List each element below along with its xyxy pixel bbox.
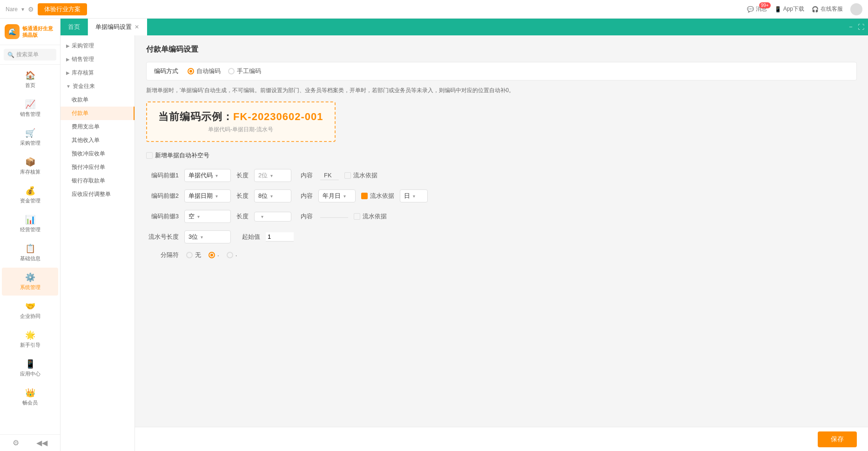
sidebar-search[interactable]: 🔍 搜索菜单 — [0, 45, 60, 65]
auto-encode-option[interactable]: 自动编码 — [188, 67, 221, 75]
logo-icon: 🌊 — [5, 24, 20, 39]
sidebar-item-finance[interactable]: 💰 资金管理 — [2, 181, 58, 209]
prefix3-liushui[interactable]: 流水依据 — [354, 212, 387, 221]
serial-start-input[interactable] — [266, 232, 294, 242]
sep-none-option[interactable]: 无 — [186, 251, 201, 259]
collapse-icon[interactable]: ◀◀ — [36, 438, 47, 447]
menu-item-prepay-payable[interactable]: 预付冲应付单 — [61, 161, 135, 174]
sidebar-item-system[interactable]: ⚙️ 系统管理 — [2, 268, 58, 296]
tab-bar-actions: － ⛶ — [844, 19, 868, 35]
sidebar-item-operation[interactable]: 📊 经营管理 — [2, 210, 58, 238]
sidebar-item-apps[interactable]: 📱 应用中心 — [2, 354, 58, 382]
save-button[interactable]: 保存 — [818, 431, 857, 447]
online-service-group[interactable]: 🎧 在线客服 — [812, 5, 843, 13]
prefix2-value: 单据日期 — [188, 192, 213, 200]
prefix1-select[interactable]: 单据代码 ▾ — [184, 169, 231, 182]
sep-none-radio[interactable] — [186, 252, 193, 258]
menu-group-inventory-title[interactable]: ▶ 库存核算 — [61, 66, 135, 80]
menu-group-inventory: ▶ 库存核算 — [61, 66, 135, 80]
prefix2-liushui-label: 流水依据 — [370, 192, 394, 200]
menu-group-purchase-title[interactable]: ▶ 采购管理 — [61, 39, 135, 53]
settings-footer-icon[interactable]: ⚙ — [13, 438, 19, 447]
prefix1-liushui-check[interactable] — [344, 172, 351, 179]
preview-box: 当前编码示例：FK-20230602-001 单据代码-单据日期-流水号 — [146, 101, 336, 142]
menu-item-payment[interactable]: 付款单 — [61, 107, 135, 120]
manual-encode-option[interactable]: 手工编码 — [228, 67, 261, 75]
sidebar-item-guide[interactable]: 🌟 新手引导 — [2, 325, 58, 353]
minimize-icon[interactable]: － — [848, 23, 854, 31]
enterprise-icon: 🤝 — [25, 301, 35, 311]
auto-encode-radio[interactable] — [188, 68, 194, 74]
top-bar-left: Nare ▾ ⚙ 体验行业方案 — [6, 3, 743, 15]
menu-item-expense[interactable]: 费用支出单 — [61, 120, 135, 134]
tab-encoding[interactable]: 单据编码设置 ✕ — [88, 19, 147, 35]
sep-dot-radio[interactable] — [209, 252, 215, 258]
experience-btn[interactable]: 体验行业方案 — [38, 3, 87, 15]
sep-dot2-radio[interactable] — [227, 252, 233, 258]
prefix2-row: 编码前缀2 单据日期 ▾ 长度 8位 ▾ 内容 年月日 — [146, 189, 857, 202]
prefix1-content-label: 内容 — [301, 171, 313, 180]
serial-length-label: 流水号长度 — [146, 233, 179, 241]
sidebar-item-sales-label: 销售管理 — [20, 111, 40, 118]
avatar[interactable] — [850, 3, 862, 15]
sidebar-item-operation-label: 经营管理 — [20, 226, 40, 233]
sales-icon: 📈 — [25, 99, 35, 109]
encoding-radio-group: 自动编码 手工编码 — [188, 67, 261, 75]
prefix2-length-select[interactable]: 8位 ▾ — [254, 189, 291, 202]
prefix1-liushui[interactable]: 流水依据 — [344, 171, 377, 180]
menu-item-bank[interactable]: 银行存取款单 — [61, 174, 135, 188]
app-body: 🌊 畅通通好生意 插晶版 🔍 搜索菜单 🏠 首页 📈 销售管理 🛒 — [0, 19, 868, 451]
sidebar-item-enterprise[interactable]: 🤝 企业协同 — [2, 296, 58, 324]
tab-close-icon[interactable]: ✕ — [135, 24, 139, 30]
prefix3-select[interactable]: 空 ▾ — [184, 210, 231, 223]
prefix2-day-select[interactable]: 日 ▾ — [400, 189, 428, 202]
tab-home[interactable]: 首页 — [61, 19, 88, 35]
prefix3-length-select[interactable]: ▾ — [254, 212, 291, 222]
settings-icon[interactable]: ⚙ — [28, 6, 34, 13]
menu-item-prepay-receivable[interactable]: 预收冲应收单 — [61, 147, 135, 161]
search-label: 搜索菜单 — [16, 51, 39, 59]
prefix1-length-select[interactable]: 2位 ▾ — [254, 169, 291, 182]
menu-item-other-income[interactable]: 其他收入单 — [61, 134, 135, 147]
dropdown-arrow-icon[interactable]: ▾ — [21, 6, 24, 13]
app-download-group[interactable]: 📱 App下载 — [774, 5, 804, 13]
left-menu: ▶ 采购管理 ▶ 销售管理 ▶ 库存核算 — [61, 35, 135, 451]
serial-length-select[interactable]: 3位 ▾ — [184, 230, 231, 243]
sidebar-item-purchase[interactable]: 🛒 采购管理 — [2, 123, 58, 151]
maximize-icon[interactable]: ⛶ — [858, 23, 864, 31]
sidebar-item-inventory[interactable]: 📦 库存核算 — [2, 152, 58, 180]
sidebar-item-home[interactable]: 🏠 首页 — [2, 66, 58, 94]
sep-dot2-option[interactable]: · — [227, 252, 237, 259]
sidebar-item-sales[interactable]: 📈 销售管理 — [2, 94, 58, 122]
menu-group-sales-title[interactable]: ▶ 销售管理 — [61, 53, 135, 66]
prefix2-content-select[interactable]: 年月日 ▾ — [318, 189, 356, 202]
sidebar-item-member[interactable]: 👑 畅会员 — [2, 383, 58, 411]
prefix2-day-arrow-icon: ▾ — [413, 194, 415, 199]
prefix2-content-arrow-icon: ▾ — [343, 194, 346, 199]
prefix2-select[interactable]: 单据日期 ▾ — [184, 189, 231, 202]
manual-encode-radio[interactable] — [228, 68, 235, 74]
sep-dot-option[interactable]: · — [209, 252, 219, 259]
company-name: Nare — [6, 6, 18, 13]
app-download-label: App下载 — [783, 5, 804, 13]
top-bar: Nare ▾ ⚙ 体验行业方案 💬 消息 99+ 📱 App下载 🎧 在线客服 — [0, 0, 868, 19]
prefix2-liushui[interactable]: 流水依据 — [361, 192, 394, 200]
prefix3-content-value — [320, 215, 348, 218]
prefix3-liushui-check[interactable] — [354, 213, 360, 220]
sidebar-item-basic-label: 基础信息 — [20, 255, 40, 262]
menu-group-sales-label: 销售管理 — [72, 55, 94, 63]
sidebar-item-basic[interactable]: 📋 基础信息 — [2, 239, 58, 267]
message-icon: 💬 — [747, 6, 754, 13]
auto-fill-checkbox-box[interactable] — [146, 152, 153, 159]
serial-length-arrow-icon: ▾ — [201, 235, 203, 240]
menu-item-receipt[interactable]: 收款单 — [61, 93, 135, 107]
prefix2-liushui-check[interactable] — [361, 193, 368, 199]
menu-item-adjust[interactable]: 应收应付调整单 — [61, 188, 135, 201]
auto-fill-checkbox[interactable]: 新增单据自动补空号 — [146, 151, 209, 160]
sidebar-item-finance-label: 资金管理 — [20, 197, 40, 204]
sidebar-logo: 🌊 畅通通好生意 插晶版 — [0, 19, 60, 45]
message-icon-group[interactable]: 💬 消息 99+ — [747, 5, 767, 13]
menu-group-capital-title[interactable]: ▼ 资金往来 — [61, 80, 135, 93]
prefix2-content-value: 年月日 — [323, 192, 341, 200]
prefix1-label: 编码前缀1 — [146, 171, 179, 180]
